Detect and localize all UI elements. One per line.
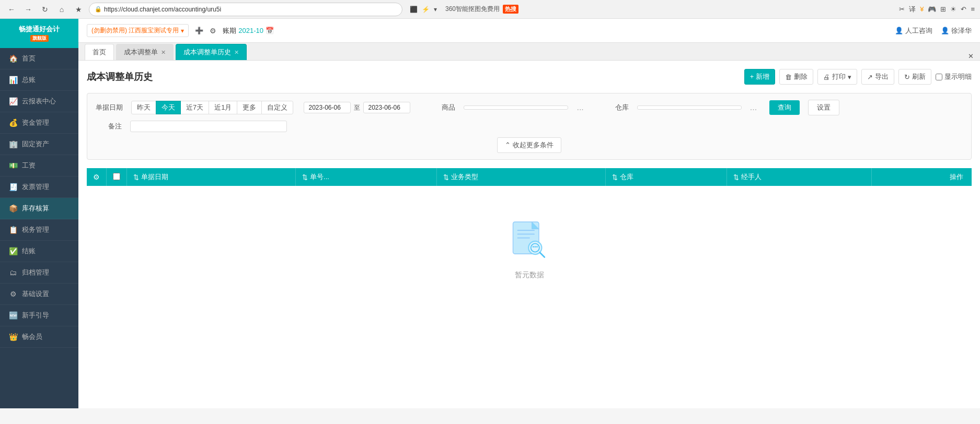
date-btn-1month[interactable]: 近1月 <box>209 101 237 114</box>
sidebar-label-payroll: 工资 <box>22 161 36 170</box>
company-dropdown-icon: ▾ <box>181 27 184 34</box>
date-filter-label: 单据日期 <box>96 103 123 112</box>
goods-select[interactable] <box>464 105 568 110</box>
show-cols-checkbox[interactable] <box>936 74 942 80</box>
date-from-input[interactable] <box>304 102 351 113</box>
sidebar-icon-reports: 📈 <box>8 97 18 105</box>
tab-home[interactable]: 首页 <box>85 44 114 60</box>
period-label: 账期 <box>223 26 236 36</box>
consult-button[interactable]: 👤 人工咨询 <box>895 26 932 36</box>
sidebar-label-tax: 税务管理 <box>22 225 49 234</box>
sidebar-label-settings: 基础设置 <box>22 289 49 299</box>
header-actions: + 新增 🗑 删除 🖨 打印 ▾ ↗ 导出 ↻ <box>744 69 972 85</box>
close-all-icon[interactable]: ✕ <box>968 52 974 60</box>
date-btn-7days[interactable]: 近7天 <box>180 101 209 114</box>
warehouse-select[interactable] <box>637 105 742 110</box>
sidebar-item-member[interactable]: 👑 畅会员 <box>0 326 78 348</box>
sidebar-icon-member: 👑 <box>8 333 18 341</box>
menu-icon: ≡ <box>971 5 975 13</box>
sidebar-item-fixed-assets[interactable]: 🏢 固定资产 <box>0 134 78 155</box>
sidebar-item-tax[interactable]: 📋 税务管理 <box>0 219 78 241</box>
sidebar-item-guide[interactable]: 🆕 新手引导 <box>0 305 78 326</box>
table-settings-icon[interactable]: ⚙ <box>93 173 100 181</box>
sidebar-item-home[interactable]: 🏠 首页 <box>0 48 78 69</box>
export-icon: ↗ <box>867 73 873 81</box>
home-button[interactable]: ⌂ <box>55 3 68 16</box>
sidebar-label-funds: 资金管理 <box>22 118 49 127</box>
svg-point-11 <box>534 246 536 248</box>
logo-main-text: 畅捷通好会计 <box>19 25 60 34</box>
filter-row-note: 备注 <box>96 121 963 132</box>
user-button[interactable]: 👤 徐泽华 <box>941 26 972 36</box>
sidebar-item-payroll[interactable]: 💵 工资 <box>0 155 78 176</box>
calendar-icon[interactable]: 📅 <box>266 27 274 34</box>
refresh-button[interactable]: ↻ 刷新 <box>898 69 931 85</box>
goods-dots[interactable]: ... <box>577 103 583 112</box>
print-dropdown[interactable]: 🖨 打印 ▾ <box>817 69 857 85</box>
address-bar[interactable]: 🔒 https://cloud.chanjet.com/accounting/u… <box>89 3 402 16</box>
col-action: 操作 <box>872 168 972 186</box>
warehouse-filter-label: 仓库 <box>603 103 629 112</box>
star-button[interactable]: ★ <box>72 3 85 16</box>
date-btn-more[interactable]: 更多 <box>237 101 262 114</box>
tab-cost-adjust-close[interactable]: ✕ <box>161 49 166 56</box>
sidebar-item-ledger[interactable]: 📊 总账 <box>0 69 78 91</box>
sidebar-item-archive[interactable]: 🗂 归档管理 <box>0 262 78 284</box>
print-icon: 🖨 <box>823 73 830 81</box>
date-to-input[interactable] <box>363 102 410 113</box>
top-toolbar: (勿删勿禁用) 江西服宝测试专用 ▾ ➕ ⚙ 账期 2021-10 📅 👤 人工… <box>78 19 980 43</box>
add-button[interactable]: + 新增 <box>744 69 775 85</box>
date-btn-today[interactable]: 今天 <box>156 101 181 114</box>
sidebar-label-archive: 归档管理 <box>22 268 49 277</box>
ssl-icon: 🔒 <box>95 6 102 13</box>
forward-button[interactable]: → <box>22 3 34 16</box>
tab-cost-adjust[interactable]: 成本调整单 ✕ <box>116 44 174 60</box>
browser-ext-dropdown[interactable]: ▾ <box>434 6 437 13</box>
date-buttons: 昨天 今天 近7天 近1月 更多 自定义 <box>131 101 295 114</box>
content-area: 成本调整单历史 + 新增 🗑 删除 🖨 打印 ▾ ↗ 导出 <box>78 61 980 408</box>
sidebar-item-reports[interactable]: 📈 云报表中心 <box>0 91 78 112</box>
back-button[interactable]: ← <box>5 3 18 16</box>
show-cols-toggle[interactable]: 显示明细 <box>936 72 972 81</box>
browser-chrome: ← → ↻ ⌂ ★ 🔒 https://cloud.chanjet.com/ac… <box>0 0 980 19</box>
sidebar-item-inventory[interactable]: 📦 库存核算 <box>0 198 78 219</box>
empty-row: 暂元数据 <box>87 186 972 311</box>
date-range: 至 <box>304 102 410 113</box>
sidebar-icon-invoices: 🧾 <box>8 183 18 191</box>
warehouse-dots[interactable]: ... <box>750 103 757 112</box>
company-selector[interactable]: (勿删勿禁用) 江西服宝测试专用 ▾ <box>87 24 189 37</box>
period-value: 2021-10 <box>238 27 263 34</box>
main-area: (勿删勿禁用) 江西服宝测试专用 ▾ ➕ ⚙ 账期 2021-10 📅 👤 人工… <box>78 19 980 408</box>
company-name: (勿删勿禁用) 江西服宝测试专用 <box>91 26 179 35</box>
sidebar-item-funds[interactable]: 💰 资金管理 <box>0 112 78 134</box>
note-input[interactable] <box>130 121 287 132</box>
tab-cost-adjust-history[interactable]: 成本调整单历史 ✕ <box>176 44 247 60</box>
sidebar-icon-closing: ✅ <box>8 247 18 255</box>
select-all-checkbox[interactable] <box>113 173 120 180</box>
sidebar-item-closing[interactable]: ✅ 结账 <box>0 241 78 262</box>
set-button[interactable]: 设置 <box>808 100 839 115</box>
tab-cost-adjust-label: 成本调整单 <box>124 48 158 57</box>
sidebar-icon-funds: 💰 <box>8 119 18 127</box>
hot-label: 热搜 <box>503 5 518 14</box>
period-info: 账期 2021-10 📅 <box>223 26 274 36</box>
grid-icon: ⊞ <box>940 5 946 13</box>
sidebar-item-invoices[interactable]: 🧾 发票管理 <box>0 176 78 198</box>
query-button[interactable]: 查询 <box>769 100 800 115</box>
undo-icon: ↶ <box>961 5 966 13</box>
refresh-button[interactable]: ↻ <box>39 3 51 16</box>
date-btn-custom[interactable]: 自定义 <box>261 101 293 114</box>
date-btn-yesterday[interactable]: 昨天 <box>131 101 156 114</box>
collapse-button[interactable]: ⌃ 收起更多条件 <box>497 137 561 153</box>
checkbox-col-header <box>107 168 127 186</box>
sidebar-icon-payroll: 💵 <box>8 161 18 170</box>
tab-home-label: 首页 <box>93 48 106 57</box>
tab-cost-adjust-history-close[interactable]: ✕ <box>234 49 239 56</box>
tab-close-all: ✕ <box>968 52 974 60</box>
delete-button[interactable]: 🗑 删除 <box>779 69 813 85</box>
sidebar-item-settings[interactable]: ⚙ 基础设置 <box>0 284 78 305</box>
settings-icon[interactable]: ⚙ <box>210 27 216 35</box>
export-button[interactable]: ↗ 导出 <box>861 69 894 85</box>
sidebar-label-ledger: 总账 <box>22 75 36 85</box>
add-tab-icon[interactable]: ➕ <box>195 27 203 34</box>
